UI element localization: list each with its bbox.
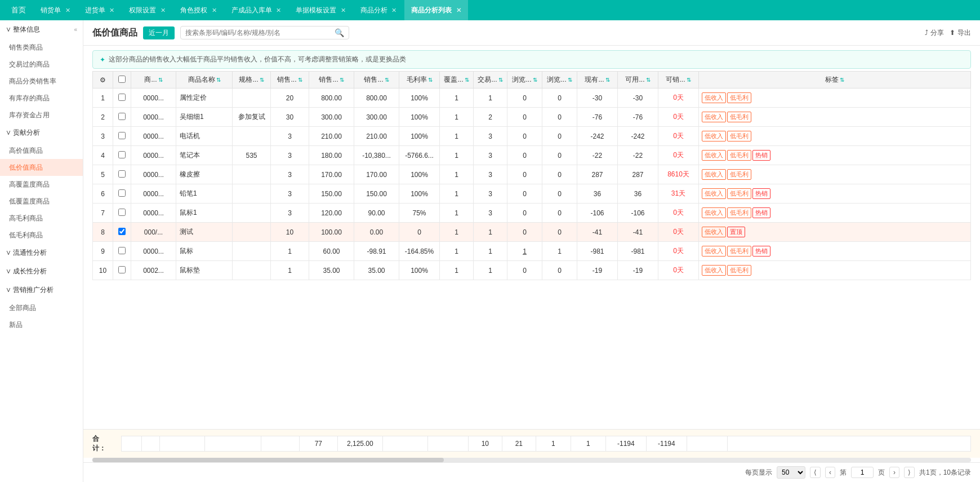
row-checkbox-7[interactable]	[118, 209, 126, 216]
nav-products[interactable]: 产成品入库单 ✕	[225, 0, 288, 20]
cell-views1[interactable]: 0	[507, 165, 542, 184]
sidebar-item-category-sales-rate[interactable]: 商品分类销售率	[0, 73, 83, 90]
views1-link[interactable]: 0	[523, 190, 527, 198]
cell-views1[interactable]: 0	[507, 146, 542, 165]
sidebar-item-sales-goods[interactable]: 销售类商品	[0, 39, 83, 56]
row-checkbox-8[interactable]	[118, 228, 126, 235]
cell-views1[interactable]: 0	[507, 127, 542, 146]
row-checkbox-2[interactable]	[118, 113, 126, 120]
nav-analysis[interactable]: 商品分析 ✕	[354, 0, 404, 20]
sidebar-group-growth[interactable]: ∨ 成长性分析	[0, 262, 83, 281]
cell-checkbox[interactable]	[113, 146, 131, 165]
nav-purchase[interactable]: 进货单 ✕	[78, 0, 122, 20]
nav-close-sales[interactable]: ✕	[65, 7, 70, 14]
th-views1[interactable]: 浏览...⇅	[507, 72, 542, 89]
search-icon[interactable]: 🔍	[335, 28, 344, 37]
row-checkbox-3[interactable]	[118, 132, 126, 139]
cell-checkbox[interactable]	[113, 184, 131, 204]
nav-close-analysis[interactable]: ✕	[391, 7, 397, 14]
cell-checkbox[interactable]	[113, 165, 131, 184]
nav-close-permissions[interactable]: ✕	[161, 7, 166, 14]
filter-recent-month[interactable]: 近一月	[143, 26, 175, 39]
sidebar-item-stock-capital[interactable]: 库存资金占用	[0, 107, 83, 123]
th-sales-price[interactable]: 销售...⇅	[309, 72, 354, 89]
th-sales-amt[interactable]: 销售...⇅	[354, 72, 399, 89]
th-views2[interactable]: 浏览...⇅	[542, 72, 577, 89]
th-gross-margin[interactable]: 毛利率⇅	[399, 72, 440, 89]
cell-checkbox[interactable]	[113, 127, 131, 146]
first-page-button[interactable]: ⟨	[810, 467, 821, 478]
th-settings[interactable]: ⚙	[93, 72, 113, 89]
table-container[interactable]: ⚙ 商...⇅ 商品名称⇅ 规格...⇅ 销售...⇅ 销售...⇅ 销售...…	[83, 71, 980, 429]
views1-link[interactable]: 0	[523, 209, 527, 217]
cell-checkbox[interactable]	[113, 261, 131, 280]
th-coverage[interactable]: 覆盖...⇅	[440, 72, 474, 89]
cell-views1[interactable]: 0	[507, 184, 542, 204]
row-checkbox-5[interactable]	[118, 170, 126, 178]
sidebar-item-low-coverage[interactable]: 低覆盖度商品	[0, 193, 83, 210]
sidebar-group-circulation[interactable]: ∨ 流通性分析	[0, 244, 83, 262]
export-button[interactable]: ⬆ 导出	[950, 28, 971, 38]
nav-roles[interactable]: 角色授权 ✕	[173, 0, 224, 20]
nav-close-analysis-list[interactable]: ✕	[456, 7, 461, 14]
cell-checkbox[interactable]	[113, 108, 131, 127]
views1-link[interactable]: 0	[523, 228, 527, 236]
sidebar-group-marketing[interactable]: ∨ 营销推广分析	[0, 281, 83, 299]
sidebar-item-traded-goods[interactable]: 交易过的商品	[0, 56, 83, 73]
nav-permissions[interactable]: 权限设置 ✕	[122, 0, 172, 20]
th-sales-qty[interactable]: 销售...⇅	[271, 72, 309, 89]
cell-views1[interactable]: 1	[507, 242, 542, 261]
sidebar-group-overall[interactable]: ∨ 整体信息 «	[0, 20, 83, 39]
page-size-select[interactable]: 50 100 200	[777, 466, 805, 479]
cell-checkbox[interactable]	[113, 89, 131, 108]
th-sellable[interactable]: 可销...⇅	[658, 72, 699, 89]
th-checkbox[interactable]	[113, 72, 131, 89]
th-tag[interactable]: 标签⇅	[699, 72, 971, 89]
sidebar-item-low-value[interactable]: 低价值商品	[0, 159, 83, 176]
last-page-button[interactable]: ⟩	[904, 467, 915, 478]
views1-link[interactable]: 1	[523, 247, 527, 255]
page-input[interactable]	[851, 467, 874, 478]
nav-close-templates[interactable]: ✕	[341, 7, 346, 14]
sidebar-item-all-goods[interactable]: 全部商品	[0, 299, 83, 316]
nav-templates[interactable]: 单据模板设置 ✕	[289, 0, 353, 20]
th-spec[interactable]: 规格...⇅	[233, 72, 271, 89]
nav-home[interactable]: 首页	[5, 0, 33, 20]
sidebar-group-overall-collapse[interactable]: «	[74, 26, 77, 33]
cell-checkbox[interactable]	[113, 242, 131, 261]
th-code[interactable]: 商...⇅	[131, 72, 176, 89]
th-stock[interactable]: 现有...⇅	[577, 72, 618, 89]
cell-checkbox[interactable]	[113, 204, 131, 223]
nav-close-roles[interactable]: ✕	[212, 7, 217, 14]
select-all-checkbox[interactable]	[118, 76, 126, 83]
sidebar-item-high-coverage[interactable]: 高覆盖度商品	[0, 176, 83, 193]
row-checkbox-1[interactable]	[118, 94, 126, 101]
row-checkbox-9[interactable]	[118, 247, 126, 254]
cell-views1[interactable]: 0	[507, 89, 542, 108]
next-page-button[interactable]: ›	[889, 467, 899, 478]
sidebar-item-new-goods[interactable]: 新品	[0, 316, 83, 333]
row-checkbox-6[interactable]	[118, 189, 126, 197]
row-checkbox-4[interactable]	[118, 151, 126, 158]
cell-views1[interactable]: 0	[507, 204, 542, 223]
sidebar-item-high-margin[interactable]: 高毛利商品	[0, 210, 83, 227]
cell-checkbox[interactable]	[113, 223, 131, 242]
views1-link[interactable]: 0	[523, 171, 527, 179]
sidebar-item-stock-goods[interactable]: 有库存的商品	[0, 90, 83, 107]
row-checkbox-10[interactable]	[118, 266, 126, 273]
nav-close-products[interactable]: ✕	[276, 7, 281, 14]
sidebar-item-high-value[interactable]: 高价值商品	[0, 142, 83, 159]
sidebar-item-low-margin[interactable]: 低毛利商品	[0, 227, 83, 244]
share-button[interactable]: ⤴ 分享	[925, 28, 944, 38]
th-name[interactable]: 商品名称⇅	[176, 72, 233, 89]
nav-analysis-list[interactable]: 商品分析列表 ✕	[404, 0, 468, 20]
views1-link[interactable]: 0	[523, 132, 527, 140]
th-transactions[interactable]: 交易...⇅	[474, 72, 507, 89]
search-input[interactable]	[185, 29, 331, 37]
cell-views1[interactable]: 0	[507, 223, 542, 242]
views1-link[interactable]: 0	[523, 267, 527, 275]
views1-link[interactable]: 0	[523, 152, 527, 160]
views1-link[interactable]: 0	[523, 113, 527, 121]
th-available[interactable]: 可用...⇅	[618, 72, 658, 89]
views1-link[interactable]: 0	[523, 94, 527, 102]
